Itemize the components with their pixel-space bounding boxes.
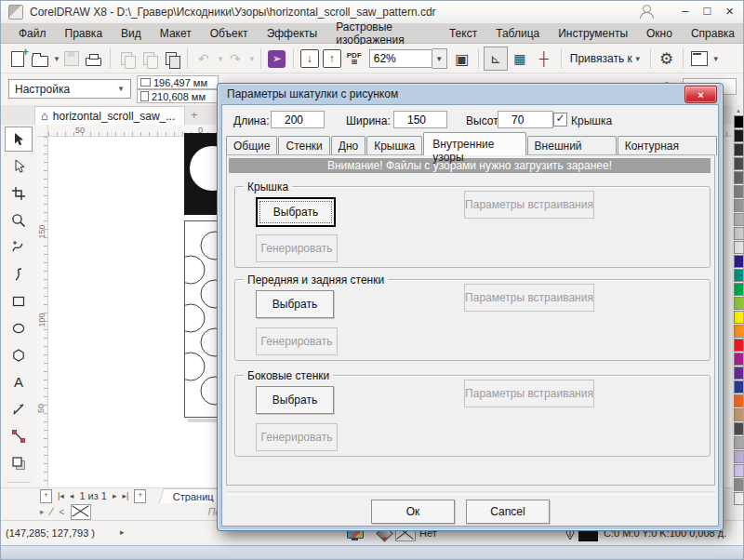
- lid-embed-params-button[interactable]: Параметры встраивания: [464, 191, 594, 219]
- add-page-after-button[interactable]: +: [134, 489, 146, 503]
- color-swatch[interactable]: [734, 353, 744, 366]
- add-page-before-button[interactable]: +: [40, 489, 52, 503]
- tool-rectangle[interactable]: [5, 288, 33, 313]
- paste-button[interactable]: [160, 47, 182, 70]
- save-button[interactable]: [60, 47, 83, 70]
- height-input[interactable]: [498, 111, 553, 128]
- dialog-close-button[interactable]: ×: [684, 86, 717, 103]
- color-swatch[interactable]: [734, 311, 744, 324]
- tab-stenki[interactable]: Стенки: [278, 136, 329, 155]
- artwork-pattern-strip[interactable]: [184, 220, 219, 418]
- menu-object[interactable]: Объект: [202, 25, 257, 42]
- artwork-black-square[interactable]: [184, 133, 219, 215]
- tab-obshchie[interactable]: Общие: [226, 136, 277, 155]
- length-input[interactable]: [271, 111, 325, 128]
- zoom-dropdown[interactable]: ▼: [432, 48, 447, 69]
- color-swatch[interactable]: [734, 394, 744, 407]
- tool-crop[interactable]: [5, 180, 33, 206]
- color-swatch[interactable]: [734, 408, 744, 421]
- tab-kryshka[interactable]: Крышка: [366, 136, 422, 155]
- tool-polygon[interactable]: [5, 342, 33, 367]
- copy-button[interactable]: [138, 47, 160, 70]
- lid-checkbox[interactable]: ✓: [553, 113, 567, 127]
- maximize-button[interactable]: □: [703, 4, 711, 19]
- eyedropper-icon[interactable]: ∕: [51, 505, 53, 518]
- tool-freehand[interactable]: [5, 234, 33, 260]
- palette-scroll-up-icon[interactable]: ▴: [737, 107, 740, 114]
- color-swatch[interactable]: [734, 241, 744, 254]
- tool-dimension[interactable]: [5, 396, 33, 421]
- undo-dropdown[interactable]: ▼: [217, 55, 224, 63]
- fullscreen-preview-button[interactable]: ▣: [451, 47, 473, 70]
- side-select-button[interactable]: Выбрать: [256, 386, 334, 414]
- color-swatch[interactable]: [734, 115, 744, 128]
- launcher-dropdown[interactable]: ▼: [712, 55, 720, 63]
- next-page-button[interactable]: ▸: [113, 491, 117, 500]
- zoom-level-input[interactable]: [369, 49, 432, 68]
- sign-in-icon[interactable]: [639, 5, 654, 19]
- close-button[interactable]: ×: [725, 4, 734, 19]
- menu-help[interactable]: Справка: [683, 25, 743, 42]
- side-embed-params-button[interactable]: Параметры встраивания: [464, 380, 594, 407]
- color-swatch[interactable]: [734, 436, 744, 449]
- undo-button[interactable]: ↶: [193, 47, 215, 70]
- palette-expander-icon[interactable]: ▸: [40, 507, 45, 516]
- color-swatch[interactable]: [734, 450, 744, 463]
- tool-text[interactable]: A: [5, 369, 33, 394]
- tab-dno[interactable]: Дно: [331, 136, 365, 155]
- tool-smart-drawing[interactable]: [5, 261, 33, 287]
- side-generate-button[interactable]: Генерировать: [256, 423, 338, 451]
- color-swatch[interactable]: [734, 143, 744, 156]
- search-content-button[interactable]: ➢: [266, 47, 288, 70]
- lid-select-button[interactable]: Выбрать: [256, 197, 336, 227]
- color-swatch[interactable]: [734, 325, 744, 338]
- ok-button[interactable]: Ок: [371, 500, 455, 524]
- menu-table[interactable]: Таблица: [487, 25, 548, 42]
- tab-vnutrennie-uzory[interactable]: Внутренние узоры: [423, 132, 525, 155]
- tool-shape[interactable]: [5, 153, 33, 179]
- color-swatch[interactable]: [734, 492, 744, 505]
- menu-view[interactable]: Вид: [113, 25, 150, 42]
- tool-connector[interactable]: [5, 423, 33, 448]
- tool-ellipse[interactable]: [5, 315, 33, 340]
- color-swatch[interactable]: [734, 422, 744, 435]
- open-button[interactable]: [29, 47, 51, 70]
- export-button[interactable]: ↑: [321, 47, 343, 70]
- print-button[interactable]: [83, 47, 105, 70]
- color-swatch[interactable]: [734, 171, 744, 184]
- redo-dropdown[interactable]: ▼: [248, 55, 256, 63]
- color-swatch[interactable]: [734, 185, 744, 198]
- snap-to-dropdown[interactable]: Привязать к ▼: [566, 52, 645, 65]
- color-swatch[interactable]: [734, 478, 744, 491]
- tab-vneshniy-kontur[interactable]: Внешний контур: [527, 136, 617, 155]
- tab-konturnaya-kryshka[interactable]: Контурная крышка: [618, 136, 717, 155]
- menu-layout[interactable]: Макет: [152, 25, 200, 42]
- color-swatch[interactable]: [734, 283, 744, 296]
- first-page-button[interactable]: |◂: [58, 491, 64, 500]
- show-guidelines-toggle[interactable]: ┼: [532, 47, 556, 71]
- new-document-button[interactable]: +: [7, 47, 29, 70]
- page-height-field[interactable]: 210,608 мм: [137, 89, 219, 103]
- color-swatch[interactable]: [734, 213, 744, 226]
- import-button[interactable]: ↓: [299, 47, 321, 70]
- menu-edit[interactable]: Правка: [57, 25, 112, 42]
- menu-text[interactable]: Текст: [441, 25, 485, 42]
- color-swatch[interactable]: [734, 255, 744, 268]
- redo-button[interactable]: ↷: [224, 47, 246, 70]
- menu-window[interactable]: Окно: [638, 25, 681, 42]
- coordinates-expander-icon[interactable]: ▸: [120, 527, 125, 537]
- width-input[interactable]: [393, 111, 447, 128]
- last-page-button[interactable]: ▸|: [122, 491, 128, 500]
- open-dropdown[interactable]: ▼: [53, 55, 60, 63]
- show-rulers-toggle[interactable]: ⊾: [484, 47, 508, 71]
- color-swatch[interactable]: [734, 227, 744, 240]
- page-preset-combo[interactable]: Настройка ▼: [8, 79, 131, 99]
- front-back-generate-button[interactable]: Генерировать: [256, 327, 338, 355]
- tool-pick[interactable]: [5, 127, 33, 152]
- menu-effects[interactable]: Эффекты: [259, 25, 326, 42]
- minimize-button[interactable]: –: [682, 4, 688, 19]
- options-button[interactable]: ⚙: [656, 47, 678, 70]
- front-back-embed-params-button[interactable]: Параметры встраивания: [464, 284, 594, 312]
- tool-drop-shadow[interactable]: [5, 450, 33, 475]
- tool-zoom[interactable]: [5, 207, 33, 233]
